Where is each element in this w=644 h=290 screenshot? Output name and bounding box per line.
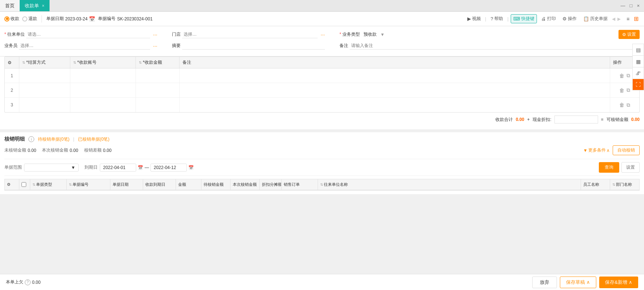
video-btn[interactable]: ▶ 视频 bbox=[465, 15, 483, 23]
row-3-account[interactable] bbox=[70, 98, 136, 112]
diff-value: 0.00 bbox=[103, 148, 111, 153]
summary-input[interactable] bbox=[182, 42, 325, 50]
receipt-radio[interactable]: 收款 bbox=[4, 16, 19, 22]
verification-header: 核销明细 i 待核销单据(0笔) | 已核销单据(0笔) bbox=[4, 136, 640, 142]
row-2-delete-icon[interactable]: 🗑 bbox=[619, 87, 624, 93]
window-controls: — □ × bbox=[619, 2, 644, 9]
available-label: 可核销金额 bbox=[606, 117, 628, 123]
store-more-icon[interactable]: ··· bbox=[321, 32, 325, 38]
date-from-input[interactable] bbox=[100, 164, 136, 172]
query-button[interactable]: 查询 bbox=[599, 162, 619, 173]
bt-amount-col: 金额 bbox=[176, 179, 201, 190]
row-1-amount[interactable] bbox=[136, 68, 180, 83]
table-settings-icon[interactable]: ⚙ bbox=[8, 60, 12, 65]
total-label: 收款合计 bbox=[495, 117, 513, 123]
refund-radio[interactable]: 退款 bbox=[22, 16, 37, 22]
amount-header: ⇅ *收款金额 bbox=[136, 57, 180, 68]
row-3-delete-icon[interactable]: 🗑 bbox=[619, 102, 624, 108]
verification-section: 核销明细 i 待核销单据(0笔) | 已核销单据(0笔) 未核销金额 0.00 … bbox=[0, 132, 644, 194]
calendar-from-icon[interactable]: 📅 bbox=[138, 165, 143, 170]
diff-label: 核销差额 bbox=[84, 147, 102, 153]
settings-header-cell[interactable]: ⚙ bbox=[5, 57, 19, 68]
number-field: 单据编号 SK-20230324-001 bbox=[98, 16, 152, 22]
row-2-copy-icon[interactable]: ⧉ bbox=[627, 87, 630, 93]
right-table-icon: ▤ bbox=[636, 47, 641, 53]
scroll-area: 往来单位 ··· 门店 ··· 业务类型 预收款 ▼ ⚙ 设置 bbox=[0, 26, 644, 273]
date-separator: — bbox=[145, 165, 149, 170]
list-view-icon[interactable]: ≡ bbox=[624, 15, 632, 23]
discount-input[interactable] bbox=[554, 115, 598, 124]
remarks-input[interactable] bbox=[350, 42, 640, 50]
close-window-btn[interactable]: × bbox=[635, 2, 641, 9]
right-panel-table-btn[interactable]: ▤ bbox=[632, 44, 644, 55]
video-icon: ▶ bbox=[467, 16, 471, 21]
select-all-checkbox[interactable] bbox=[21, 182, 26, 187]
print-btn[interactable]: 🖨 打印 bbox=[539, 15, 558, 23]
more-conditions-btn[interactable]: ▼ 更多条件 ∧ bbox=[583, 147, 610, 153]
store-input[interactable] bbox=[182, 31, 318, 38]
refund-label: 退款 bbox=[28, 16, 37, 22]
number-value: SK-20230324-001 bbox=[117, 16, 152, 21]
filter-icon: ▼ bbox=[583, 148, 588, 153]
tab-current[interactable]: 收款单 × bbox=[20, 0, 50, 11]
operation-btn[interactable]: ⚙ 操作 bbox=[560, 15, 579, 23]
counterpart-more-icon[interactable]: ··· bbox=[153, 32, 157, 38]
tab-close-btn[interactable]: × bbox=[42, 3, 44, 8]
row-3-payment[interactable] bbox=[19, 98, 70, 112]
row-3-notes[interactable] bbox=[180, 98, 610, 112]
auto-verify-button[interactable]: 自动核销 bbox=[613, 145, 640, 155]
maximize-btn[interactable]: □ bbox=[628, 2, 634, 9]
divider-1 bbox=[42, 15, 42, 23]
right-panel-attachment-btn[interactable]: 🖇 bbox=[632, 67, 644, 79]
shortcut-btn[interactable]: ⌨ 快捷键 bbox=[511, 14, 537, 23]
tab-home[interactable]: 首页 bbox=[0, 0, 20, 11]
verification-settings-button[interactable]: 设置 bbox=[621, 162, 640, 173]
tab-current-label: 收款单 bbox=[25, 3, 39, 9]
row-2-payment[interactable] bbox=[19, 83, 70, 97]
store-field: 门店 ··· bbox=[172, 31, 325, 38]
minimize-btn[interactable]: — bbox=[619, 2, 627, 9]
history-btn[interactable]: 📋 历史单据 bbox=[581, 15, 610, 23]
calendar-to-icon[interactable]: 📅 bbox=[188, 165, 194, 170]
row-1-account[interactable] bbox=[70, 68, 136, 83]
row-3-copy-icon[interactable]: ⧉ bbox=[627, 102, 630, 108]
unverified-value: 0.00 bbox=[28, 148, 36, 153]
diff-stat: 核销差额 0.00 bbox=[84, 147, 111, 153]
completed-tab-link[interactable]: 已核销单据(0笔) bbox=[78, 136, 110, 142]
verification-info-icon[interactable]: i bbox=[28, 136, 34, 142]
help-btn[interactable]: ? 帮助 bbox=[488, 15, 505, 23]
row-1-delete-icon[interactable]: 🗑 bbox=[619, 73, 624, 79]
sort-icon-3: ⇅ bbox=[139, 60, 142, 64]
range-select[interactable]: ▼ bbox=[24, 164, 79, 172]
date-value: 2023-03-24 bbox=[65, 16, 87, 21]
staff-more-icon[interactable]: ··· bbox=[153, 43, 157, 49]
grid-view-icon[interactable]: ⊞ bbox=[632, 15, 640, 23]
row-2-notes[interactable] bbox=[180, 83, 610, 97]
row-1-notes[interactable] bbox=[180, 68, 610, 83]
unverified-label: 未核销金额 bbox=[4, 147, 26, 153]
calendar-icon[interactable]: 📅 bbox=[89, 16, 95, 22]
counterpart-input[interactable] bbox=[26, 31, 150, 38]
row-1-copy-icon[interactable]: ⧉ bbox=[627, 72, 630, 79]
row-2-account[interactable] bbox=[70, 83, 136, 97]
verification-title: 核销明细 bbox=[4, 136, 25, 142]
sort-icon-bt4: ⇅ bbox=[612, 183, 615, 187]
verification-table: ⚙ ⇅ 单据类型 ⇅ 单据编号 单据日期 收款到期日 bbox=[4, 179, 640, 191]
staff-field: 业务员 ··· bbox=[4, 42, 157, 50]
business-type-select[interactable]: 预收款 ▼ bbox=[361, 30, 617, 39]
pending-tab-link[interactable]: 待核销单据(0笔) bbox=[38, 136, 70, 142]
row-1-num: 1 bbox=[5, 68, 19, 83]
row-2-amount[interactable] bbox=[136, 83, 180, 97]
row-3-amount[interactable] bbox=[136, 98, 180, 112]
date-to-input[interactable] bbox=[150, 164, 187, 172]
table-row: 3 🗑 ⧉ bbox=[5, 98, 639, 112]
bt-settings-col[interactable]: ⚙ bbox=[5, 179, 19, 190]
row-1-payment[interactable] bbox=[19, 68, 70, 83]
right-panel-doc-btn[interactable]: ▦ bbox=[632, 55, 644, 67]
business-type-field: 业务类型 预收款 ▼ ⚙ 设置 bbox=[339, 30, 640, 39]
bt-checkbox-col[interactable] bbox=[19, 179, 30, 190]
settings-button[interactable]: ⚙ 设置 bbox=[619, 30, 640, 39]
due-date-filter: 到期日 📅 — 📅 bbox=[85, 164, 194, 172]
right-panel-expand-btn[interactable]: ⛶ bbox=[632, 79, 644, 90]
staff-input[interactable] bbox=[19, 42, 150, 50]
